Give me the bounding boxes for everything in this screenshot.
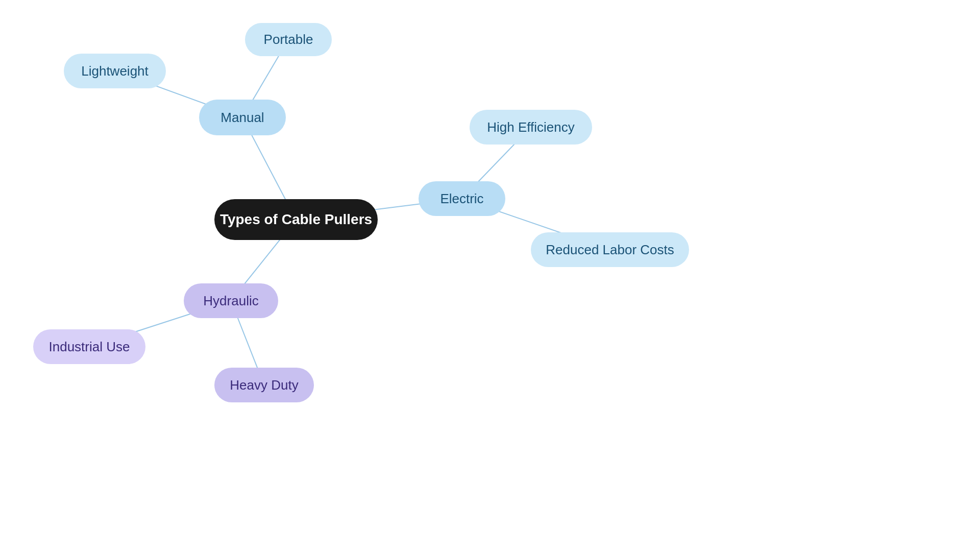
heavy-duty-node: Heavy Duty — [214, 368, 314, 402]
electric-node: Electric — [419, 181, 505, 216]
lightweight-node: Lightweight — [64, 54, 166, 88]
portable-node: Portable — [245, 23, 332, 56]
industrial-use-node: Industrial Use — [33, 329, 145, 364]
high-efficiency-node: High Efficiency — [470, 110, 592, 145]
hydraulic-node: Hydraulic — [184, 283, 278, 318]
manual-node: Manual — [199, 100, 286, 135]
reduced-labor-costs-node: Reduced Labor Costs — [531, 232, 689, 267]
center-node: Types of Cable Pullers — [214, 199, 378, 240]
